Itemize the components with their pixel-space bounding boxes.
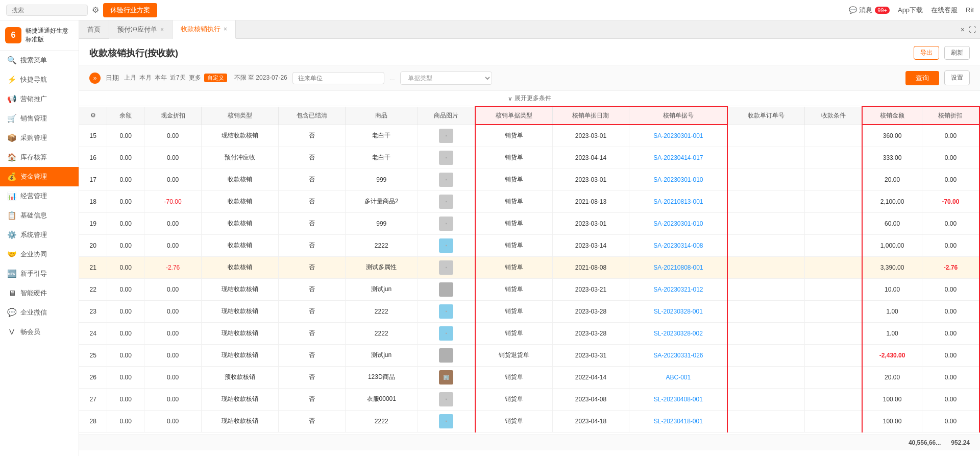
sidebar-item-marketing[interactable]: 📢 营销推广 <box>0 89 79 109</box>
sidebar-label-sales: 销售管理 <box>20 114 47 123</box>
filter-voucher-type-select[interactable]: 单据类型 <box>400 71 492 85</box>
tab-expand-button[interactable]: ⛶ <box>969 26 976 34</box>
top-bar-left: ⚙ 休验行业方案 <box>6 3 157 17</box>
tab-receipt-writeoff[interactable]: 收款核销执行 × <box>173 20 236 39</box>
sidebar-item-inventory[interactable]: 🏠 库存核算 <box>0 148 79 167</box>
tab-prepay-close[interactable]: × <box>160 26 164 33</box>
doc-no-link[interactable]: SA-20230314-008 <box>653 242 703 249</box>
cell-doc-type: 销货单 <box>475 300 552 322</box>
filter-last-month[interactable]: 上月 <box>124 74 136 82</box>
query-button[interactable]: 查询 <box>905 71 939 85</box>
filter-7days[interactable]: 近7天 <box>170 74 186 82</box>
cell-doc-type: 销货退货单 <box>475 344 552 366</box>
page-title: 收款核销执行(按收款) <box>89 47 178 59</box>
sidebar-item-purchase[interactable]: 📦 采购管理 <box>0 128 79 148</box>
doc-no-link[interactable]: SL-20230418-001 <box>654 418 703 425</box>
sidebar-item-quick-nav[interactable]: ⚡ 快捷导航 <box>0 70 79 89</box>
filter-this-month[interactable]: 本月 <box>139 74 152 82</box>
sidebar-label-vip: 畅会员 <box>20 327 40 337</box>
doc-no-link[interactable]: SA-20230301-010 <box>653 176 703 183</box>
sidebar-item-finance[interactable]: 💰 资金管理 <box>0 167 79 186</box>
doc-no-link[interactable]: SL-20230328-002 <box>654 330 703 337</box>
tab-home[interactable]: 首页 <box>79 20 109 39</box>
top-search-input[interactable] <box>6 5 88 16</box>
cell-goods: 老白干 <box>345 125 418 147</box>
settings-button[interactable]: 设置 <box>944 70 970 85</box>
message-label[interactable]: 💬 消息 99+ <box>849 6 890 15</box>
message-badge: 99+ <box>875 7 890 14</box>
export-button[interactable]: 导出 <box>914 46 939 60</box>
cell-no: 26 <box>79 366 107 388</box>
user-label[interactable]: Rit <box>966 6 974 14</box>
cell-doc-no: SA-20210813-001 <box>629 190 728 212</box>
tab-prepay[interactable]: 预付冲应付单 × <box>109 20 173 39</box>
cell-goods-img <box>418 344 475 366</box>
sidebar-item-basic-info[interactable]: 📋 基础信息 <box>0 206 79 225</box>
sidebar-item-smart-hw[interactable]: 🖥 智能硬件 <box>0 283 79 303</box>
sidebar-item-vip[interactable]: V 畅会员 <box>0 322 79 342</box>
sales-icon: 🛒 <box>7 114 16 123</box>
table-row: 18 0.00 -70.00 收款核销 否 多计量商品2 ▪ 销货单 2021-… <box>79 190 979 212</box>
cell-writeoff-type: 收款核销 <box>201 190 278 212</box>
tab-receipt-writeoff-close[interactable]: × <box>224 26 227 33</box>
doc-no-link[interactable]: ABC-001 <box>666 374 691 381</box>
cell-writeoff-type: 预收款核销 <box>201 366 278 388</box>
doc-no-link[interactable]: SL-20230328-001 <box>654 308 703 315</box>
cell-cash-discount: 0.00 <box>144 300 202 322</box>
settings-icon[interactable]: ⚙ <box>92 5 99 15</box>
cell-receipt-order-no <box>727 169 804 190</box>
cell-writeoff-amount: 3,390.00 <box>862 256 922 278</box>
cell-goods: 2222 <box>345 322 418 344</box>
doc-no-link[interactable]: SA-20230414-017 <box>653 154 703 161</box>
cell-include-settled: 否 <box>278 169 345 190</box>
sidebar-item-search-menu[interactable]: 🔍 搜索菜单 <box>0 51 79 70</box>
doc-no-link[interactable]: SA-20230301-001 <box>653 132 703 139</box>
doc-no-link[interactable]: SA-20230331-026 <box>653 352 703 359</box>
sidebar-label-smart-hw: 智能硬件 <box>20 289 47 298</box>
cell-doc-no: SA-20230301-010 <box>629 169 728 190</box>
sidebar-item-system[interactable]: ⚙️ 系统管理 <box>0 225 79 245</box>
refresh-button[interactable]: 刷新 <box>944 46 970 60</box>
doc-no-link[interactable]: SA-20230301-010 <box>653 220 703 227</box>
filter-expand-more[interactable]: ∨ 展开更多条件 <box>79 91 980 106</box>
sidebar-item-guide[interactable]: 🆕 新手引导 <box>0 264 79 283</box>
doc-no-link[interactable]: SA-20230321-012 <box>653 286 703 293</box>
sidebar-item-sales[interactable]: 🛒 销售管理 <box>0 109 79 128</box>
online-service-link[interactable]: 在线客服 <box>931 6 958 15</box>
tab-close-all-button[interactable]: × <box>961 26 965 34</box>
table-row: 16 0.00 0.00 预付冲应收 否 老白干 ▪ 销货单 2023-04-1… <box>79 147 979 169</box>
logo-text: 畅捷通通好生意 标准版 <box>26 27 68 44</box>
industry-plan-button[interactable]: 休验行业方案 <box>103 3 157 17</box>
total-amount: 40,556,66... <box>909 439 941 446</box>
cell-doc-no: SA-20210808-001 <box>629 256 728 278</box>
cell-doc-no: ABC-001 <box>629 366 728 388</box>
operations-icon: 📊 <box>7 191 16 201</box>
doc-no-link[interactable]: SA-20210813-001 <box>653 198 703 205</box>
cell-writeoff-discount: -70.00 <box>922 190 979 212</box>
filter-date-range: 不限 至 2023-07-26 <box>234 74 287 82</box>
filter-this-year[interactable]: 本年 <box>155 74 167 82</box>
cell-doc-date: 2023-03-01 <box>552 169 629 190</box>
col-settings[interactable]: ⚙ <box>79 107 107 125</box>
cell-no: 16 <box>79 147 107 169</box>
total-discount: 952.24 <box>951 439 970 446</box>
sidebar-item-corp-wechat[interactable]: 💬 企业微信 <box>0 303 79 322</box>
col-balance: 余额 <box>107 107 144 125</box>
sidebar-item-operations[interactable]: 📊 经营管理 <box>0 186 79 206</box>
corp-wechat-icon: 💬 <box>7 308 16 317</box>
cell-writeoff-type: 现结收款核销 <box>201 278 278 300</box>
sidebar-item-corp-collab[interactable]: 🤝 企业协同 <box>0 245 79 264</box>
cell-doc-date: 2023-03-01 <box>552 125 629 147</box>
doc-no-link[interactable]: SA-20210808-001 <box>653 264 703 271</box>
cell-writeoff-discount: 0.00 <box>922 410 979 432</box>
cell-cash-discount: 0.00 <box>144 278 202 300</box>
cell-receipt-condition <box>805 190 863 212</box>
doc-no-link[interactable]: SL-20230408-001 <box>654 396 703 403</box>
app-download-link[interactable]: App下载 <box>898 6 923 15</box>
filter-custom-button[interactable]: 自定义 <box>204 74 227 82</box>
filter-source-input[interactable] <box>292 72 384 84</box>
cell-include-settled: 否 <box>278 125 345 147</box>
filter-more-date[interactable]: 更多 <box>189 74 201 82</box>
filter-expand-button[interactable]: » <box>89 73 101 84</box>
table-row: 17 0.00 0.00 收款核销 否 999 ▪ 销货单 2023-03-01… <box>79 169 979 190</box>
